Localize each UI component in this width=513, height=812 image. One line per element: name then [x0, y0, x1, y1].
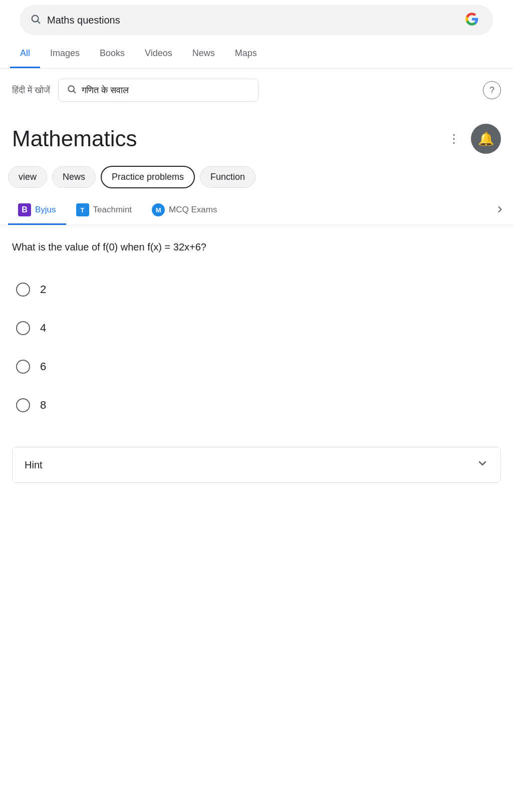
- hindi-search-box[interactable]: गणित के सवाल: [58, 79, 259, 102]
- mcq-label: MCQ Exams: [169, 205, 217, 215]
- chevron-down-icon: [476, 457, 488, 472]
- nav-tab-all[interactable]: All: [10, 40, 40, 68]
- options-list: 2 4 6 8: [12, 270, 501, 425]
- option-label-3: 6: [40, 360, 46, 373]
- teachmint-icon: T: [76, 203, 89, 216]
- byjus-icon: B: [18, 203, 31, 216]
- hint-label: Hint: [25, 459, 43, 471]
- nav-tab-news[interactable]: News: [182, 40, 225, 68]
- option-label-2: 4: [40, 322, 46, 335]
- top-search-bar[interactable]: Maths questions: [20, 5, 493, 35]
- source-tab-mcq[interactable]: M MCQ Exams: [142, 196, 227, 225]
- more-options-button[interactable]: ⋮: [444, 128, 465, 150]
- option-label-4: 8: [40, 399, 46, 412]
- option-item-1[interactable]: 2: [12, 270, 501, 309]
- radio-circle-4: [16, 398, 30, 412]
- notification-button[interactable]: 🔔: [471, 124, 501, 154]
- source-tab-teachmint[interactable]: T Teachmint: [66, 196, 142, 225]
- hint-header[interactable]: Hint: [13, 447, 500, 482]
- byjus-label: Byjus: [35, 205, 56, 215]
- math-title: Mathematics: [12, 126, 438, 151]
- hint-section: Hint: [12, 447, 501, 483]
- chip-news[interactable]: News: [52, 166, 96, 188]
- option-item-4[interactable]: 8: [12, 386, 501, 425]
- radio-circle-3: [16, 360, 30, 374]
- chip-function[interactable]: Function: [200, 166, 255, 188]
- hindi-label: हिंदी में खोजें: [12, 85, 50, 96]
- hindi-search-section: हिंदी में खोजें गणित के सवाल ?: [0, 69, 513, 112]
- search-input-text: Maths questions: [47, 15, 120, 26]
- math-header: Mathematics ⋮ 🔔: [0, 112, 513, 162]
- teachmint-label: Teachmint: [93, 205, 132, 215]
- option-label-1: 2: [40, 283, 46, 296]
- svg-line-1: [38, 21, 40, 23]
- svg-line-3: [74, 91, 76, 93]
- hindi-search-icon: [67, 84, 77, 96]
- source-tabs: B Byjus T Teachmint M MCQ Exams: [0, 196, 513, 225]
- search-icon: [30, 14, 41, 27]
- question-text: What is the value of f(0) when f(x) = 32…: [12, 239, 501, 254]
- help-icon[interactable]: ?: [483, 81, 501, 99]
- hindi-search-text: गणित के सवाल: [82, 85, 129, 96]
- option-item-2[interactable]: 4: [12, 309, 501, 348]
- nav-tabs-bar: All Images Books Videos News Maps: [0, 40, 513, 69]
- option-item-3[interactable]: 6: [12, 348, 501, 386]
- radio-circle-2: [16, 321, 30, 335]
- radio-circle-1: [16, 283, 30, 297]
- chip-practice-problems[interactable]: Practice problems: [101, 166, 195, 188]
- notification-icon: 🔔: [478, 131, 494, 147]
- mcq-icon: M: [152, 203, 165, 216]
- nav-tab-videos[interactable]: Videos: [135, 40, 182, 68]
- source-tab-byjus[interactable]: B Byjus: [8, 196, 66, 225]
- question-section: What is the value of f(0) when f(x) = 32…: [0, 225, 513, 439]
- nav-tab-books[interactable]: Books: [90, 40, 135, 68]
- category-chips: view News Practice problems Function: [0, 162, 513, 196]
- google-icon: [465, 12, 479, 28]
- nav-tab-images[interactable]: Images: [40, 40, 90, 68]
- nav-tab-maps[interactable]: Maps: [225, 40, 267, 68]
- more-tabs-button[interactable]: [495, 204, 505, 217]
- chip-view[interactable]: view: [8, 166, 47, 188]
